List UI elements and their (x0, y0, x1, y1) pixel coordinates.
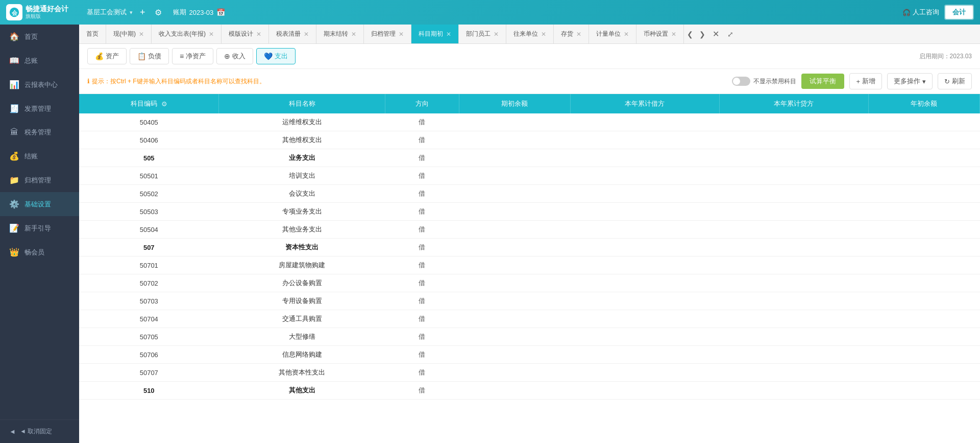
sub-tab-area: 💰 资产 📋 负债 ≡ 净资产 ⊕ 收入 💙 支出 启用期间：2023.03 (79, 44, 980, 69)
sidebar-item-ledger[interactable]: 📖 总账 (0, 49, 79, 73)
tab-label: 收入支出表(年报) (159, 30, 206, 38)
sidebar-item-label: 新手引导 (24, 224, 51, 233)
tab-annual-report[interactable]: 收入支出表(年报) ✕ (152, 25, 222, 44)
sub-tab-equity[interactable]: ≡ 净资产 (172, 48, 213, 64)
tab-expand-button[interactable]: ⤢ (723, 25, 738, 44)
tab-home[interactable]: 首页 (79, 25, 106, 44)
tab-subject-initial[interactable]: 科目期初 ✕ (411, 25, 459, 44)
table-row[interactable]: 50702 办公设备购置 借 (79, 274, 980, 292)
balance-button[interactable]: 试算平衡 (801, 74, 844, 89)
table-row[interactable]: 50701 房屋建筑物购建 借 (79, 257, 980, 274)
tab-archive[interactable]: 归档管理 ✕ (364, 25, 411, 44)
table-row[interactable]: 50703 专用设备购置 借 (79, 292, 980, 310)
sidebar-item-invoice[interactable]: 🧾 发票管理 (0, 97, 79, 121)
tab-counterparty[interactable]: 往来单位 ✕ (506, 25, 554, 44)
settings-icon[interactable]: ⚙ (153, 8, 164, 17)
tab-close-icon[interactable]: ✕ (139, 31, 144, 38)
cell-ytd-credit (719, 364, 868, 382)
tab-close-icon[interactable]: ✕ (399, 31, 404, 38)
tab-template[interactable]: 模版设计 ✕ (222, 25, 269, 44)
sidebar-collapse-button[interactable]: ◄ ◄ 取消固定 (0, 419, 79, 443)
add-tab-button[interactable]: + (138, 7, 148, 18)
sidebar-item-archive[interactable]: 📁 归档管理 (0, 168, 79, 192)
sub-tab-income[interactable]: ⊕ 收入 (216, 48, 253, 64)
tab-close-icon[interactable]: ✕ (494, 31, 499, 38)
sidebar-item-tax[interactable]: 🏛 税务管理 (0, 121, 79, 144)
tab-close-icon[interactable]: ✕ (541, 31, 546, 38)
sidebar-item-settings[interactable]: ⚙️ 基础设置 (0, 192, 79, 216)
table-row[interactable]: 50503 专项业务支出 借 (79, 203, 980, 221)
table-row[interactable]: 50405 运维维权支出 借 (79, 113, 980, 131)
cell-ytd-credit (719, 274, 868, 292)
table-row[interactable]: 50504 其他业务支出 借 (79, 221, 980, 239)
table-row[interactable]: 510 其他支出 借 (79, 382, 980, 400)
tab-close-icon[interactable]: ✕ (624, 31, 629, 38)
toggle-disabled-switch[interactable] (732, 77, 750, 86)
cell-opening (459, 203, 570, 221)
tab-close-icon[interactable]: ✕ (576, 31, 581, 38)
cell-ytd-credit (719, 113, 868, 131)
company-area[interactable]: 基层工会测试 ▾ (87, 8, 133, 17)
tab-close-icon[interactable]: ✕ (351, 31, 356, 38)
cell-ytd-debit (570, 292, 719, 310)
tab-tax[interactable]: 税表清册 ✕ (269, 25, 316, 44)
cell-ytd-debit (570, 185, 719, 203)
cell-opening (459, 382, 570, 400)
tab-close-icon[interactable]: ✕ (304, 31, 309, 38)
chevron-down-icon[interactable]: ▾ (130, 9, 133, 16)
calendar-icon[interactable]: 📅 (216, 8, 225, 16)
tab-current-period[interactable]: 现(中期) ✕ (106, 25, 152, 44)
sidebar-item-guide[interactable]: 📝 新手引导 (0, 216, 79, 240)
tab-close-icon[interactable]: ✕ (446, 31, 451, 38)
gear-icon: ⚙️ (9, 199, 19, 209)
tab-period-end[interactable]: 期末结转 ✕ (316, 25, 364, 44)
cell-beginning (868, 149, 979, 167)
sidebar-item-home[interactable]: 🏠 首页 (0, 25, 79, 49)
sidebar-item-reports[interactable]: 📊 云报表中心 (0, 73, 79, 97)
sub-tab-expense[interactable]: 💙 支出 (256, 48, 296, 64)
table-row[interactable]: 507 资本性支出 借 (79, 239, 980, 257)
tab-close-icon[interactable]: ✕ (209, 31, 214, 38)
cell-ytd-credit (719, 167, 868, 185)
tab-close-icon[interactable]: ✕ (256, 31, 261, 38)
tab-currency[interactable]: 币种设置 ✕ (636, 25, 684, 44)
cell-opening (459, 274, 570, 292)
cell-code: 50702 (79, 274, 219, 292)
tab-unit[interactable]: 计量单位 ✕ (589, 25, 636, 44)
tab-dept[interactable]: 部门员工 ✕ (459, 25, 506, 44)
sidebar-item-vip[interactable]: 👑 畅会员 (0, 240, 79, 264)
table-row[interactable]: 50501 培训支出 借 (79, 167, 980, 185)
logo-icon: 会 (6, 4, 22, 20)
table-row[interactable]: 50707 其他资本性支出 借 (79, 364, 980, 382)
cell-name: 业务支出 (219, 149, 385, 167)
service-button[interactable]: 🎧 人工咨询 (902, 8, 939, 17)
more-button[interactable]: 更多操作 ▾ (887, 73, 933, 89)
refresh-button[interactable]: ↻ 刷新 (938, 73, 972, 89)
column-settings-icon[interactable]: ⚙ (161, 100, 167, 108)
tab-close-all-button[interactable]: ✕ (708, 25, 723, 44)
add-button[interactable]: + 新增 (849, 73, 882, 89)
sidebar-item-label: 基础设置 (24, 200, 51, 209)
cell-code: 50706 (79, 346, 219, 364)
sub-tab-asset[interactable]: 💰 资产 (87, 48, 127, 64)
cell-dir: 借 (385, 257, 459, 274)
tab-next-button[interactable]: ❯ (696, 25, 708, 44)
table-row[interactable]: 505 业务支出 借 (79, 149, 980, 167)
table-row[interactable]: 50406 其他维权支出 借 (79, 131, 980, 149)
period-value: 2023-03 (189, 9, 214, 16)
toggle-label: 不显示禁用科目 (753, 77, 796, 86)
sub-tab-liability[interactable]: 📋 负债 (130, 48, 169, 64)
sidebar-item-close[interactable]: 💰 结账 (0, 144, 79, 168)
cell-ytd-debit (570, 382, 719, 400)
tab-inventory[interactable]: 存货 ✕ (554, 25, 589, 44)
table-row[interactable]: 50706 信息网络购建 借 (79, 346, 980, 364)
cell-name: 大型修缮 (219, 328, 385, 346)
tab-close-icon[interactable]: ✕ (671, 31, 676, 38)
table-row[interactable]: 50705 大型修缮 借 (79, 328, 980, 346)
sidebar-item-label: 结账 (24, 152, 38, 161)
table-row[interactable]: 50502 会议支出 借 (79, 185, 980, 203)
cell-ytd-credit (719, 257, 868, 274)
account-button[interactable]: 会计 (944, 5, 974, 20)
table-row[interactable]: 50704 交通工具购置 借 (79, 310, 980, 328)
tab-prev-button[interactable]: ❮ (684, 25, 696, 44)
